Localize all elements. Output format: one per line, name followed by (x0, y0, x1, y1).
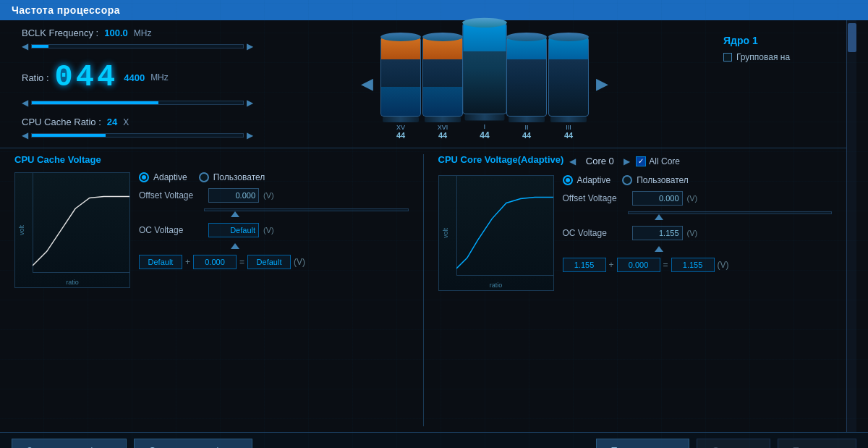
page-header: Частота процессора (0, 0, 868, 20)
bclk-slider-fill (32, 45, 48, 48)
cache-offset-track[interactable] (204, 208, 409, 211)
core-offset-input[interactable] (632, 191, 683, 206)
cpu-next-button[interactable]: ▶ (589, 75, 616, 93)
cache-chart-x-label: ratio (66, 279, 79, 286)
cyl-bottom-xv (383, 117, 419, 122)
cache-oc-indicator (231, 243, 239, 249)
bclk-slider-track[interactable] (31, 44, 244, 48)
cyl-body-iii (548, 37, 589, 117)
core-selector-right[interactable]: ▶ (624, 156, 630, 166)
footer: Загрузить профиль Сохранить профиль По у… (0, 432, 868, 448)
core-oc-input[interactable] (632, 226, 683, 240)
cache-slider-row: ◀ ▶ (22, 130, 253, 140)
core-oc-label: OC Voltage (563, 228, 628, 238)
group-mode-row: Групповая на (723, 52, 832, 62)
cache-offset-input[interactable] (208, 188, 259, 203)
cyl-label-iii: III (566, 124, 571, 131)
bottom-section: CPU Cache Voltage volt ratio (0, 148, 846, 432)
cyl-top-iii (548, 33, 589, 41)
cache-adaptive-label: Adaptive (153, 172, 187, 182)
core-voltage-title: CPU Core Voltage(Adaptive) (438, 154, 564, 165)
cyl-num-ii: 44 (522, 131, 531, 140)
save-profile-button[interactable]: Сохранить профиль (134, 439, 252, 448)
cache-calc-unit: (V) (294, 257, 305, 267)
cache-adaptive-option[interactable]: Adaptive (139, 172, 187, 182)
cache-offset-label: Offset Voltage (139, 190, 204, 200)
scrollbar[interactable] (846, 20, 856, 432)
core-adaptive-radio[interactable] (563, 175, 573, 185)
core-chart-y-label: volt (442, 228, 449, 238)
left-controls-panel: BCLK Frequency : 100.0 MHz ◀ ▶ (22, 28, 253, 140)
cache-custom-option[interactable]: Пользовател (199, 172, 265, 182)
core-offset-slider (628, 211, 833, 214)
cache-slider-track[interactable] (31, 133, 244, 138)
group-mode-label: Групповая на (736, 52, 790, 62)
core-calc-row: 1.155 + 0.000 = 1.155 (V) (563, 258, 833, 272)
cache-value: 24 (107, 117, 117, 127)
scrollbar-thumb[interactable] (848, 23, 856, 52)
bclk-control: BCLK Frequency : 100.0 MHz ◀ ▶ (22, 28, 253, 51)
core-custom-radio[interactable] (622, 175, 632, 185)
cache-unit: X (123, 117, 129, 127)
core-offset-indicator (655, 214, 663, 220)
cache-oc-label: OC Voltage (139, 225, 204, 235)
core-voltage-options: Adaptive Пользовател Offset Voltage (V) (563, 175, 833, 426)
core-adaptive-option[interactable]: Adaptive (563, 175, 611, 185)
core-section: Ядро 1 Групповая на (723, 28, 832, 140)
cache-slider-right[interactable]: ▶ (247, 130, 253, 140)
ratio-display: 044 (55, 60, 119, 95)
ratio-slider-row: ◀ ▶ (22, 98, 253, 108)
cache-custom-radio[interactable] (199, 172, 209, 182)
core-offset-track[interactable] (628, 211, 833, 214)
core-calc-left: 1.155 (563, 258, 606, 272)
ratio-slider-right[interactable]: ▶ (247, 98, 253, 108)
cyl-label-xvi: XVI (438, 124, 448, 131)
cache-calc-right: Default (247, 255, 291, 269)
bclk-slider-left[interactable]: ◀ (22, 41, 28, 51)
cache-voltage-options: Adaptive Пользовател Offset Voltage (V) (139, 172, 409, 426)
cyl-top-xv (380, 33, 421, 41)
all-core-checkbox[interactable]: ✓ (636, 156, 646, 166)
core-name-display: Core 0 (582, 156, 618, 166)
cache-label: CPU Cache Ratio : (22, 117, 101, 127)
core-calc-unit: (V) (718, 260, 729, 270)
default-button[interactable]: По умолчанию (596, 439, 690, 448)
cache-adaptive-radio[interactable] (139, 172, 149, 182)
ratio-unit: MHz (150, 72, 169, 83)
core-oc-unit: (V) (687, 229, 698, 237)
all-core-check[interactable]: ✓ All Core (636, 156, 680, 166)
page-title: Частота процессора (12, 4, 120, 16)
ratio-control: Ratio : 044 4400 MHz ◀ ▶ (22, 60, 253, 108)
cyl-body-i (462, 22, 507, 114)
group-mode-checkbox[interactable] (723, 53, 732, 62)
core-selector-left[interactable]: ◀ (569, 156, 576, 166)
cyl-bottom-xvi (425, 117, 461, 122)
cache-custom-label: Пользовател (213, 172, 265, 182)
cache-oc-row: OC Voltage (V) (139, 223, 409, 237)
cpu-cylinders: XV 44 XVI 44 (380, 29, 589, 140)
core-voltage-header-row: CPU Core Voltage(Adaptive) ◀ Core 0 ▶ ✓ … (438, 154, 833, 168)
all-core-label: All Core (649, 156, 680, 166)
core-calc-plus: + (609, 260, 614, 270)
cache-slider-left[interactable]: ◀ (22, 130, 28, 140)
core-voltage-curve (456, 176, 553, 276)
cylinder-ii: II 44 (506, 33, 547, 140)
cache-voltage-chart: volt ratio (14, 172, 130, 288)
cyl-top-i (462, 17, 507, 27)
bclk-slider-right[interactable]: ▶ (247, 41, 253, 51)
cache-calc-row: Default + 0.000 = Default (V) (139, 255, 409, 269)
ratio-slider-left[interactable]: ◀ (22, 98, 28, 108)
core-calc-mid: 0.000 (617, 258, 660, 272)
cyl-bottom-ii (509, 117, 545, 122)
cyl-body-xv (380, 37, 421, 117)
cpu-prev-button[interactable]: ◀ (354, 75, 380, 93)
core-custom-option[interactable]: Пользовател (622, 175, 689, 185)
bclk-unit: MHz (134, 28, 152, 38)
cache-offset-slider (204, 208, 409, 211)
ratio-slider-track[interactable] (31, 101, 244, 105)
cache-oc-input[interactable] (208, 223, 259, 237)
ratio-freq: 4400 (124, 72, 145, 83)
core-chart-x-label: ratio (490, 282, 503, 289)
load-profile-button[interactable]: Загрузить профиль (12, 439, 127, 448)
cyl-label-i: I (484, 122, 486, 130)
